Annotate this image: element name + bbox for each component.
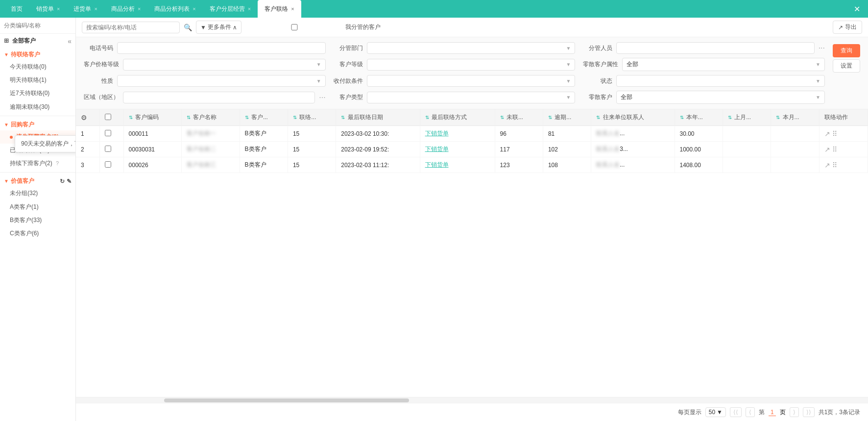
per-page-chevron: ▼ [717,409,723,416]
scroll-thumb[interactable] [164,398,409,402]
this-month-sort-icon[interactable]: ⇅ [776,115,780,120]
sidebar-group-pending[interactable]: ▼ 待联络客户 [0,48,75,60]
tab-home[interactable]: 首页 [4,0,29,18]
settings-gear-header[interactable]: ⚙ [76,109,99,126]
export-button[interactable]: ↗ 导出 [833,21,862,34]
col-overdue: ⇅ 逾期... [543,109,591,126]
row2-last-date: 2023-02-09 19:52: [336,142,420,157]
current-page: 1 [769,409,776,416]
search-input[interactable] [82,22,180,33]
region-input[interactable] [123,92,315,103]
row2-checkbox[interactable] [99,142,123,157]
row3-more-icon[interactable]: ⠿ [832,161,837,169]
row2-more-icon[interactable]: ⠿ [832,146,837,153]
phone-label: 电话号码 [84,44,113,52]
sidebar-group-value[interactable]: ▼ 价值客户 ↻ ✎ [0,174,75,187]
row1-type: B类客户 [240,126,288,142]
zero-attr-select[interactable]: 全部 ▼ [622,58,825,71]
row3-contact-icon[interactable]: ↗ [824,161,830,169]
sidebar-item-class-a[interactable]: A类客户(1) [0,200,75,214]
sidebar-item-class-c[interactable]: C类客户(6) [0,227,75,240]
row3-checkbox[interactable] [99,157,123,173]
tab-purchase-close[interactable]: × [94,6,97,12]
tab-product-analysis-close[interactable]: × [138,6,141,12]
sidebar-item-declining[interactable]: 持续下滑客户(2) ? [0,157,75,170]
sidebar-item-ungrouped[interactable]: 未分组(32) [0,187,75,200]
sidebar-item-tomorrow[interactable]: 明天待联络(1) [0,74,75,87]
gear-icon[interactable]: ⚙ [81,114,87,122]
row3-this-month [771,157,819,173]
this-year-sort-icon[interactable]: ⇅ [680,115,684,120]
last-method-sort-icon[interactable]: ⇅ [425,115,429,120]
name-sort-icon[interactable]: ⇅ [187,115,191,120]
tab-customer-tier-close[interactable]: × [248,6,251,12]
my-customers-checkbox[interactable] [245,24,343,30]
person-more-icon[interactable]: ··· [819,44,825,52]
contact-count-sort-icon[interactable]: ⇅ [293,115,297,120]
filter-search-icon[interactable]: 🔍 [184,24,192,31]
uncontacted-sort-icon[interactable]: ⇅ [500,115,504,120]
tab-product-analysis[interactable]: 商品分析 × [104,0,147,18]
row1-last-method[interactable]: 下销货单 [420,126,495,142]
churn-warning-tooltip: 90天未交易的客户，可能有流失风险。 [15,135,76,152]
checkbox-header[interactable] [99,109,123,126]
tab-customer-tier[interactable]: 客户分层经营 × [203,0,258,18]
col-action: 联络动作 [819,109,868,126]
nature-select[interactable]: ▼ [117,75,326,87]
select-all-checkbox[interactable] [105,114,111,120]
sidebar-search-input[interactable] [4,22,76,29]
row3-last-method[interactable]: 下销货单 [420,157,495,173]
declining-help-icon[interactable]: ? [56,160,59,166]
next-page-btn[interactable]: ⟩ [790,407,799,417]
row2-last-method[interactable]: 下销货单 [420,142,495,157]
tab-product-list[interactable]: 商品分析列表 × [147,0,202,18]
phone-input[interactable] [117,42,326,54]
last-month-sort-icon[interactable]: ⇅ [728,115,732,120]
sidebar-item-overdue[interactable]: 逾期未联络(30) [0,100,75,114]
filter-more-btn[interactable]: ▼ 更多条件 ∧ [196,21,241,34]
row1-last-date: 2023-03-02 10:30: [336,126,420,142]
overdue-sort-icon[interactable]: ⇅ [548,115,552,120]
tab-customer-contact[interactable]: 客户联络 × [258,0,301,18]
row1-checkbox[interactable] [99,126,123,142]
sidebar-item-week[interactable]: 近7天待联络(0) [0,87,75,100]
tab-purchase[interactable]: 进货单 × [67,0,104,18]
my-customers-filter[interactable]: 我分管的客户 [245,23,381,31]
zero-retail-select[interactable]: 全部 ▼ [616,91,825,104]
sidebar-collapse-btn[interactable]: « [68,37,72,45]
payment-select[interactable]: ▼ [367,75,576,87]
row1-contact-icon[interactable]: ↗ [824,130,830,138]
per-page-select[interactable]: 50 ▼ [705,407,726,417]
type-sort-icon[interactable]: ⇅ [245,115,249,120]
row1-more-icon[interactable]: ⠿ [832,130,837,138]
customer-type-select[interactable]: ▼ [367,92,576,103]
last-date-sort-icon[interactable]: ⇅ [341,115,345,120]
settings-button[interactable]: 设置 [833,59,860,73]
row2-contact-icon[interactable]: ↗ [824,146,830,153]
customer-level-select[interactable]: ▼ [367,59,576,71]
sidebar-all-customers[interactable]: ⊞ 全部客户 « [0,34,75,48]
sidebar-item-today[interactable]: 今天待联络(0) [0,60,75,74]
tab-sales-close[interactable]: × [57,6,60,12]
first-page-btn[interactable]: ⟨⟨ [730,407,742,417]
contact-person-sort-icon[interactable]: ⇅ [596,115,600,120]
dept-select[interactable]: ▼ [367,42,576,54]
sidebar-group-repurchase[interactable]: ▼ 回购客户 [0,118,75,130]
code-sort-icon[interactable]: ⇅ [129,115,133,120]
region-more-icon[interactable]: ··· [319,93,325,102]
tab-product-list-close[interactable]: × [193,6,195,12]
last-page-btn[interactable]: ⟩⟩ [803,407,815,417]
horizontal-scrollbar[interactable] [76,397,868,403]
tab-customer-contact-close[interactable]: × [291,6,294,12]
value-edit-icon[interactable]: ✎ [67,178,72,185]
person-input[interactable] [616,42,814,54]
row3-type: B类客户 [240,157,288,173]
status-select[interactable]: ▼ [616,75,825,87]
query-button[interactable]: 查询 [833,44,860,57]
price-level-select[interactable]: ▼ [123,59,326,71]
sidebar-item-class-b[interactable]: B类客户(33) [0,214,75,227]
prev-page-btn[interactable]: ⟨ [746,407,755,417]
window-close-button[interactable]: ✕ [850,4,864,14]
value-refresh-icon[interactable]: ↻ [60,178,65,185]
tab-sales[interactable]: 销货单 × [29,0,67,18]
